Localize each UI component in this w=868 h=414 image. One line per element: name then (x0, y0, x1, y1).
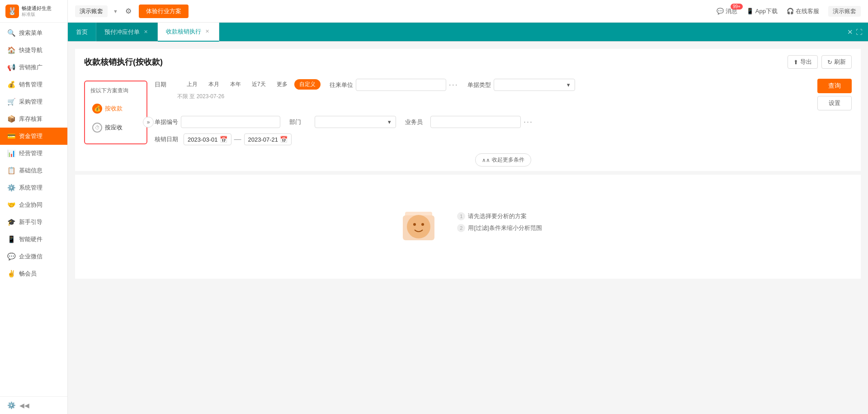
export-button[interactable]: ⬆ 导出 (788, 55, 818, 69)
sidebar-item-inventory[interactable]: 📦 库存核算 (0, 110, 67, 128)
docno-input[interactable] (181, 116, 280, 128)
calendar-start-icon[interactable]: 📅 (220, 136, 227, 143)
tab-prepay-close[interactable]: ✕ (142, 29, 149, 35)
docno-filter: 单据编号 (155, 116, 280, 128)
no-limit-text: 不限 至 2023-07-26 (155, 92, 321, 100)
collapse-more-row: ∧∧ 收起更多条件 (155, 151, 852, 171)
settings-button[interactable]: 设置 (817, 96, 852, 110)
collab-icon: 🤝 (7, 201, 15, 209)
filter-sidebar-collapse-button[interactable]: » (143, 117, 154, 128)
tabbar: 首页 预付冲应付单 ✕ 收款核销执行 ✕ ✕ ⛶ (68, 23, 868, 42)
party-label: 往来单位 (330, 81, 353, 89)
doctype-select[interactable]: ▾ (494, 79, 575, 91)
sidebar-item-collab[interactable]: 🤝 企业协同 (0, 196, 67, 214)
dept-select[interactable]: ▾ (315, 116, 396, 128)
solution-button[interactable]: 体验行业方案 (139, 5, 189, 18)
tab-verify-close[interactable]: ✕ (204, 28, 211, 35)
sidebar-item-finance[interactable]: 💳 资金管理 (0, 128, 67, 145)
query-button[interactable]: 查询 (817, 79, 852, 93)
verify-date-start-input[interactable]: 2023-03-01 📅 (184, 133, 231, 145)
sidebar-item-search[interactable]: 🔍 搜索菜单 (0, 24, 67, 42)
doctype-filter: 单据类型 ▾ (467, 79, 575, 91)
export-icon: ⬆ (793, 59, 798, 66)
date-custom[interactable]: 自定义 (294, 79, 321, 90)
company-selector[interactable]: 演示账套 (75, 5, 108, 17)
system-icon: ⚙️ (7, 184, 15, 192)
dept-select-arrow-icon: ▾ (388, 119, 391, 125)
app-icon: 📱 (746, 8, 754, 14)
app-download-button[interactable]: 📱 App下载 (746, 7, 778, 15)
sidebar: 🐰 畅捷通好生意 标准版 🔍 搜索菜单 🏠 快捷导航 📢 营销推广 💰 销售管理… (0, 0, 68, 414)
sidebar-bottom: ⚙️ ◀◀ (0, 396, 67, 414)
filter-option-by-receivable[interactable]: ⏱ 按应收 (89, 119, 143, 136)
collapse-more-button[interactable]: ∧∧ 收起更多条件 (475, 153, 531, 167)
sidebar-item-member[interactable]: ✌️ 畅会员 (0, 265, 67, 282)
date-7days[interactable]: 近7天 (248, 79, 270, 90)
filter-row-3: 核销日期 2023-03-01 📅 — 2023-07-21 📅 (155, 133, 852, 145)
settings-bottom-icon[interactable]: ⚙️ (7, 401, 16, 409)
inventory-icon: 📦 (7, 115, 15, 123)
date-filter: 日期 上月 本月 本年 近7天 更多 自定义 (155, 79, 321, 100)
page-header: 收款核销执行(按收款) ⬆ 导出 ↻ 刷新 (75, 49, 861, 73)
receipt-option-icon: 💰 (92, 104, 102, 114)
member-icon: ✌️ (7, 270, 15, 278)
sidebar-item-hardware[interactable]: 📱 智能硬件 (0, 231, 67, 248)
sidebar-item-guide[interactable]: 🎓 新手引导 (0, 214, 67, 231)
sidebar-item-basic[interactable]: 📋 基础信息 (0, 162, 67, 179)
dept-filter: 部门 ▾ (289, 116, 396, 128)
sidebar-item-purchase[interactable]: 🛒 采购管理 (0, 93, 67, 110)
expand-tabs-button[interactable]: ⛶ (856, 28, 863, 36)
staff-input[interactable] (430, 116, 521, 128)
sales-icon: 💰 (7, 81, 15, 89)
message-icon: 💬 (717, 8, 724, 14)
filter-right: 日期 上月 本月 本年 近7天 更多 自定义 (147, 73, 852, 171)
verify-date-start-value: 2023-03-01 (188, 136, 218, 143)
tabbar-actions: ✕ ⛶ (847, 28, 868, 36)
filter-option-by-receipt[interactable]: 💰 按收款 (89, 100, 143, 117)
party-dots-icon[interactable]: ··· (449, 80, 458, 90)
empty-step2: 2 用[过滤]条件来缩小分析范围 (457, 224, 542, 232)
staff-dots-icon[interactable]: ··· (524, 117, 533, 127)
staff-filter: 业务员 ··· (405, 116, 533, 128)
sidebar-item-sales[interactable]: 💰 销售管理 (0, 76, 67, 93)
party-input[interactable] (356, 79, 446, 91)
verify-date-label: 核销日期 (155, 135, 181, 143)
sidebar-item-quick-nav[interactable]: 🏠 快捷导航 (0, 42, 67, 59)
empty-content: 1 请先选择要分析的方案 2 用[过滤]条件来缩小分析范围 (75, 202, 861, 243)
sidebar-item-operations[interactable]: 📊 经营管理 (0, 145, 67, 162)
main-area: 演示账套 ▼ ⚙ 体验行业方案 💬 消息 99+ 📱 App下载 🎧 在线客服 … (68, 0, 868, 414)
close-all-tabs-button[interactable]: ✕ (847, 28, 853, 36)
home-icon: 🏠 (7, 46, 15, 54)
date-row: 日期 上月 本月 本年 近7天 更多 自定义 (155, 79, 321, 90)
hardware-icon: 📱 (7, 235, 15, 243)
date-this-month[interactable]: 本月 (204, 79, 223, 90)
topbar-gear-icon[interactable]: ⚙ (125, 7, 132, 15)
tab-verify[interactable]: 收款核销执行 ✕ (158, 23, 219, 42)
dept-label: 部门 (289, 118, 312, 126)
staff-label: 业务员 (405, 118, 428, 126)
filter-inner: 按以下方案查询 💰 按收款 ⏱ 按应收 » (84, 73, 852, 171)
tab-prepay[interactable]: 预付冲应付单 ✕ (96, 23, 158, 42)
refresh-button[interactable]: ↻ 刷新 (821, 55, 852, 69)
calendar-end-icon[interactable]: 📅 (280, 136, 288, 143)
verify-date-end-input[interactable]: 2023-07-21 📅 (244, 133, 292, 145)
guide-icon: 🎓 (7, 218, 15, 226)
filter-sidebar: 按以下方案查询 💰 按收款 ⏱ 按应收 (84, 81, 147, 144)
company-dropdown-icon[interactable]: ▼ (113, 9, 118, 14)
filter-sidebar-title: 按以下方案查询 (89, 87, 143, 95)
sidebar-item-system[interactable]: ⚙️ 系统管理 (0, 179, 67, 196)
message-badge: 99+ (731, 4, 743, 10)
message-button[interactable]: 💬 消息 99+ (717, 7, 737, 15)
collapse-sidebar-icon[interactable]: ◀◀ (19, 402, 29, 409)
user-info[interactable]: 演示账套 (828, 6, 861, 17)
verify-date-filter: 核销日期 2023-03-01 📅 — 2023-07-21 📅 (155, 133, 292, 145)
date-more[interactable]: 更多 (273, 79, 292, 90)
empty-illustration (394, 202, 443, 243)
date-this-year[interactable]: 本年 (226, 79, 245, 90)
customer-service-button[interactable]: 🎧 在线客服 (787, 7, 819, 15)
receivable-option-icon: ⏱ (92, 123, 102, 133)
sidebar-item-wechat[interactable]: 💬 企业微信 (0, 248, 67, 265)
date-prev-month[interactable]: 上月 (183, 79, 202, 90)
tab-home[interactable]: 首页 (68, 23, 96, 42)
sidebar-item-marketing[interactable]: 📢 营销推广 (0, 59, 67, 76)
